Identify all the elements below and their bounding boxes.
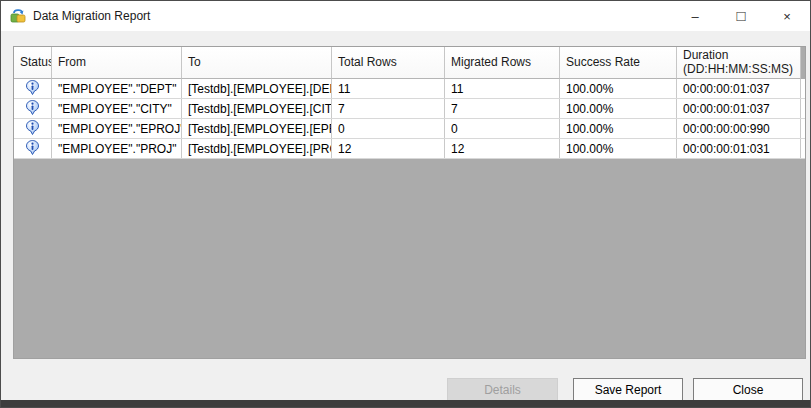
from-cell: "EMPLOYEE"."CITY" [52, 99, 182, 118]
info-balloon-icon [26, 140, 39, 158]
titlebar: Data Migration Report – □ × [1, 1, 810, 31]
to-cell: [Testdb].[EMPLOYEE].[CITY] [182, 99, 332, 118]
from-cell: "EMPLOYEE"."EPROJ" [52, 119, 182, 138]
close-dialog-button[interactable]: Close [693, 378, 803, 402]
to-cell: [Testdb].[EMPLOYEE].[DEPT] [182, 79, 332, 98]
success-rate-cell: 100.00% [560, 119, 677, 138]
table-row[interactable]: "EMPLOYEE"."PROJ" [Testdb].[EMPLOYEE].[P… [14, 139, 805, 159]
column-header-success-rate[interactable]: Success Rate [560, 47, 677, 79]
maximize-icon: □ [736, 8, 745, 23]
total-rows-cell: 11 [332, 79, 445, 98]
status-cell [14, 99, 52, 118]
window-title: Data Migration Report [33, 9, 150, 23]
column-header-duration[interactable]: Duration (DD:HH:MM:SS:MS) [677, 47, 801, 79]
save-report-button[interactable]: Save Report [573, 378, 683, 402]
table-row[interactable]: "EMPLOYEE"."CITY" [Testdb].[EMPLOYEE].[C… [14, 99, 805, 119]
window-bottom-edge [1, 400, 810, 407]
status-cell [14, 139, 52, 158]
info-balloon-icon [26, 120, 39, 138]
success-rate-cell: 100.00% [560, 99, 677, 118]
duration-cell: 00:00:00:00:990 [677, 119, 801, 138]
migrated-rows-cell: 11 [445, 79, 560, 98]
migrated-rows-cell: 0 [445, 119, 560, 138]
column-header-total-rows[interactable]: Total Rows [332, 47, 445, 79]
details-button[interactable]: Details [447, 378, 558, 402]
from-cell: "EMPLOYEE"."DEPT" [52, 79, 182, 98]
column-header-to[interactable]: To [182, 47, 332, 79]
column-header-status[interactable]: Status [14, 47, 52, 79]
total-rows-cell: 7 [332, 99, 445, 118]
minimize-button[interactable]: – [672, 1, 718, 31]
minimize-icon: – [691, 10, 698, 23]
duration-cell: 00:00:00:01:037 [677, 79, 801, 98]
success-rate-cell: 100.00% [560, 79, 677, 98]
to-cell: [Testdb].[EMPLOYEE].[PROJ] [182, 139, 332, 158]
column-header-migrated-rows[interactable]: Migrated Rows [445, 47, 560, 79]
info-balloon-icon [26, 100, 39, 118]
migrated-rows-cell: 7 [445, 99, 560, 118]
duration-cell: 00:00:00:01:037 [677, 99, 801, 118]
dialog-window: Data Migration Report – □ × Status From … [0, 0, 811, 408]
column-header-from[interactable]: From [52, 47, 182, 79]
duration-cell: 00:00:00:01:031 [677, 139, 801, 158]
table-row[interactable]: "EMPLOYEE"."EPROJ" [Testdb].[EMPLOYEE].[… [14, 119, 805, 139]
migration-report-grid: Status From To Total Rows Migrated Rows … [13, 46, 806, 359]
grid-header-row: Status From To Total Rows Migrated Rows … [14, 47, 805, 79]
window-controls: – □ × [672, 1, 810, 31]
info-balloon-icon [26, 80, 39, 98]
status-cell [14, 119, 52, 138]
close-icon: × [783, 10, 791, 23]
total-rows-cell: 12 [332, 139, 445, 158]
migrated-rows-cell: 12 [445, 139, 560, 158]
to-cell: [Testdb].[EMPLOYEE].[EPROJ] [182, 119, 332, 138]
close-button[interactable]: × [764, 1, 810, 31]
maximize-button[interactable]: □ [718, 1, 764, 31]
total-rows-cell: 0 [332, 119, 445, 138]
data-migration-app-icon [10, 8, 26, 24]
status-cell [14, 79, 52, 98]
success-rate-cell: 100.00% [560, 139, 677, 158]
from-cell: "EMPLOYEE"."PROJ" [52, 139, 182, 158]
table-row[interactable]: "EMPLOYEE"."DEPT" [Testdb].[EMPLOYEE].[D… [14, 79, 805, 99]
